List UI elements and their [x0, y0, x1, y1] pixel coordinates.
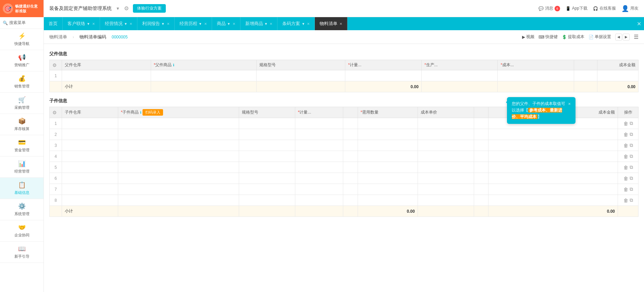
delete-icon-4[interactable]: 🗑: [623, 154, 628, 159]
tab-operations-close[interactable]: ✕: [129, 22, 132, 26]
tab-profit-close[interactable]: ✕: [167, 22, 170, 26]
copy-icon-7[interactable]: ⧉: [630, 186, 633, 192]
child-spec-3[interactable]: [239, 140, 295, 151]
child-needed-qty-1[interactable]: [358, 118, 418, 129]
tab-new-product-close[interactable]: ✕: [270, 22, 272, 26]
parent-produce-1[interactable]: [421, 70, 498, 81]
prev-record-btn[interactable]: ◀: [615, 34, 622, 40]
child-spec-4[interactable]: [239, 151, 295, 162]
child-spec-8[interactable]: [239, 195, 295, 206]
child-needed-qty-5[interactable]: [358, 162, 418, 173]
child-needed-qty-2[interactable]: [358, 129, 418, 140]
tab-barcode-close[interactable]: ✕: [307, 22, 310, 26]
tab-history[interactable]: 经营历程 ▼ ✕: [175, 17, 212, 30]
breadcrumb-bom-list[interactable]: 物料清单: [49, 34, 67, 40]
next-record-btn[interactable]: ▶: [623, 34, 630, 40]
child-needed-qty-3[interactable]: [358, 140, 418, 151]
tab-history-close[interactable]: ✕: [204, 22, 207, 26]
tooltip-close-btn[interactable]: ×: [568, 101, 571, 108]
child-unit-cost-7[interactable]: [418, 184, 474, 195]
child-warehouse-3[interactable]: [62, 140, 118, 151]
sidebar-item-marketing[interactable]: 📢 营销推广: [0, 50, 44, 71]
tab-barcode[interactable]: 条码方案 ▼ ✕: [277, 17, 315, 30]
single-settings-action[interactable]: 📄 单据设置: [589, 34, 611, 40]
online-service-item[interactable]: 🎧 在线客服: [593, 5, 616, 11]
child-product-5[interactable]: [118, 162, 239, 173]
child-product-3[interactable]: [118, 140, 239, 151]
copy-icon-6[interactable]: ⧉: [630, 175, 633, 181]
scan-input-btn[interactable]: 扫码录入: [143, 109, 163, 116]
copy-icon-1[interactable]: ⧉: [630, 120, 633, 126]
sidebar-item-guide[interactable]: 📖 新手引导: [0, 242, 44, 263]
user-item[interactable]: 👤 用友: [621, 5, 639, 12]
child-product-4[interactable]: [118, 151, 239, 162]
copy-icon-3[interactable]: ⧉: [630, 142, 633, 148]
child-warehouse-7[interactable]: [62, 184, 118, 195]
parent-cost-1[interactable]: [498, 70, 574, 81]
delete-icon-1[interactable]: 🗑: [623, 121, 628, 126]
copy-icon-8[interactable]: ⧉: [630, 197, 633, 203]
child-product-8[interactable]: [118, 195, 239, 206]
shortcut-action[interactable]: ⌨ 快捷键: [538, 34, 558, 40]
child-qty-unit-6[interactable]: [295, 173, 343, 184]
view-action[interactable]: ▶ 视频: [522, 34, 534, 40]
child-spec-2[interactable]: [239, 129, 295, 140]
sidebar-item-operations[interactable]: 📊 经营管理: [0, 156, 44, 178]
tab-customer[interactable]: 客户联络 ▼ ✕: [63, 17, 100, 30]
grid-view-icon[interactable]: ☰: [634, 34, 639, 40]
app-download-item[interactable]: 📱 App下载: [566, 5, 587, 11]
delete-icon-8[interactable]: 🗑: [623, 198, 628, 203]
tab-profit[interactable]: 利润报告 ▼ ✕: [137, 17, 175, 30]
child-col-config[interactable]: ⚙: [50, 107, 62, 118]
child-product-2[interactable]: [118, 129, 239, 140]
sidebar-item-sales[interactable]: 💰 销售管理: [0, 71, 44, 93]
parent-spec-1[interactable]: [256, 70, 345, 81]
child-needed-qty-7[interactable]: [358, 184, 418, 195]
experience-button[interactable]: 体验行业方案: [133, 4, 166, 13]
parent-product-1[interactable]: [151, 70, 256, 81]
child-product-1[interactable]: [118, 118, 239, 129]
delete-icon-7[interactable]: 🗑: [623, 187, 628, 192]
sidebar-item-enterprise[interactable]: 🤝 企业协同: [0, 220, 44, 242]
sidebar-item-system[interactable]: ⚙️ 系统管理: [0, 199, 44, 220]
child-qty-unit-1[interactable]: [295, 118, 343, 129]
child-unit-cost-2[interactable]: [418, 129, 474, 140]
child-qty-unit-3[interactable]: [295, 140, 343, 151]
tab-operations[interactable]: 经营情况 ▼ ✕: [100, 17, 137, 30]
sidebar-item-basic-info[interactable]: 📋 基础信息: [0, 178, 44, 199]
sidebar-item-inventory[interactable]: 📦 库存核算: [0, 114, 44, 135]
copy-icon-4[interactable]: ⧉: [630, 153, 633, 159]
child-needed-qty-8[interactable]: [358, 195, 418, 206]
child-qty-unit-4[interactable]: [295, 151, 343, 162]
delete-icon-2[interactable]: 🗑: [623, 132, 628, 137]
child-warehouse-4[interactable]: [62, 151, 118, 162]
tab-new-product[interactable]: 新增商品 ▼ ✕: [240, 17, 278, 30]
child-product-7[interactable]: [118, 184, 239, 195]
child-warehouse-2[interactable]: [62, 129, 118, 140]
child-needed-qty-6[interactable]: [358, 173, 418, 184]
child-product-6[interactable]: [118, 173, 239, 184]
delete-icon-3[interactable]: 🗑: [623, 143, 628, 148]
parent-warehouse-1[interactable]: [62, 70, 151, 81]
child-warehouse-5[interactable]: [62, 162, 118, 173]
sidebar-item-quick-nav[interactable]: ⚡ 快捷导航: [0, 29, 44, 50]
sidebar-item-finance[interactable]: 💳 资金管理: [0, 135, 44, 156]
parent-col-config[interactable]: ⚙: [50, 60, 62, 70]
child-unit-cost-1[interactable]: [418, 118, 474, 129]
child-needed-qty-4[interactable]: [358, 151, 418, 162]
tab-close-all[interactable]: ✕: [634, 17, 644, 30]
tab-product[interactable]: 商品 ▼ ✕: [212, 17, 240, 30]
child-warehouse-1[interactable]: [62, 118, 118, 129]
child-spec-7[interactable]: [239, 184, 295, 195]
sidebar-item-purchase[interactable]: 🛒 采购管理: [0, 93, 44, 114]
child-unit-cost-8[interactable]: [418, 195, 474, 206]
child-spec-6[interactable]: [239, 173, 295, 184]
child-unit-cost-3[interactable]: [418, 140, 474, 151]
child-unit-cost-6[interactable]: [418, 173, 474, 184]
child-spec-5[interactable]: [239, 162, 295, 173]
delete-icon-5[interactable]: 🗑: [623, 165, 628, 170]
child-qty-unit-7[interactable]: [295, 184, 343, 195]
copy-icon-2[interactable]: ⧉: [630, 131, 633, 137]
copy-icon-5[interactable]: ⧉: [630, 164, 633, 170]
child-qty-unit-2[interactable]: [295, 129, 343, 140]
